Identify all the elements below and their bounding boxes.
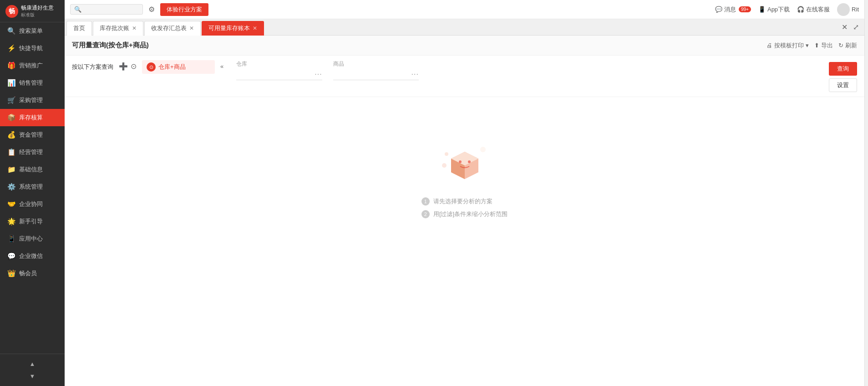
user-name: Rit [852,6,859,13]
query-btn[interactable]: 查询 [829,62,857,76]
sidebar-item-basic[interactable]: 📁 基础信息 [0,161,65,178]
tab-label-summary: 收发存汇总表 [151,24,187,32]
sidebar-item-label-operation: 经营管理 [19,148,43,156]
marketing-icon: 🎁 [7,62,15,70]
tip-num-1: 1 [421,197,430,206]
goods-input-group[interactable]: ··· [333,69,419,80]
user-avatar-group[interactable]: Rit [837,3,859,16]
sidebar-item-search[interactable]: 🔍 搜索菜单 [0,22,65,40]
topbar-search-box[interactable]: 🔍 [70,4,143,15]
svg-point-4 [459,160,462,163]
empty-state: 1 请先选择要分析的方案 2 用[过滤]条件来缩小分析范围 [65,97,864,255]
main-area: 🔍 ⚙ 体验行业方案 💬 消息 99+ 📱 App下载 🎧 在线客服 Rit [65,0,864,386]
tab-label-batch: 库存批次账 [100,24,129,32]
enterprise-icon: 🤝 [7,200,15,208]
page-header: 可用量查询(按仓库+商品) 🖨 按模板打印 ▾ ⬆ 导出 ↻ 刷新 [65,36,864,56]
warehouse-more-btn[interactable]: ··· [315,70,322,78]
sidebar-item-enterprise[interactable]: 🤝 企业协同 [0,196,65,213]
warehouse-field: 仓库 ··· [236,60,322,80]
appcenter-icon: 📱 [7,235,15,243]
sidebar-item-marketing[interactable]: 🎁 营销推广 [0,57,65,74]
goods-label: 商品 [333,60,419,68]
settings-btn[interactable]: 设置 [829,78,857,92]
search-icon: 🔍 [74,6,81,13]
message-icon: 💬 [715,6,722,13]
tab-home[interactable]: 首页 [66,21,92,36]
tip-text-2: 用[过滤]条件来缩小分析范围 [433,210,508,218]
sidebar-item-inventory[interactable]: 📦 库存核算 [0,109,65,126]
sidebar-header: 畅 畅康通好生意 标准版 [0,0,65,22]
page-actions: 🖨 按模板打印 ▾ ⬆ 导出 ↻ 刷新 [766,41,857,50]
sidebar-item-wechat[interactable]: 💬 企业微信 [0,247,65,265]
sidebar-item-label-purchase: 采购管理 [19,96,43,104]
warehouse-input[interactable] [236,71,313,78]
scheme-label: 仓库+商品 [158,63,186,71]
filter-collapse-btn[interactable]: « [220,60,223,70]
tip-2: 2 用[过滤]条件来缩小分析范围 [421,210,508,218]
settings-gear-icon[interactable]: ⚙ [147,3,157,15]
sidebar-item-label-appcenter: 应用中心 [19,235,43,243]
tab-batch[interactable]: 库存批次账✕ [93,21,143,36]
online-service-btn[interactable]: 🎧 在线客服 [797,5,830,14]
tab-close-batch[interactable]: ✕ [132,25,137,31]
tip-text-1: 请先选择要分析的方案 [433,197,492,206]
tip-1: 1 请先选择要分析的方案 [421,197,508,206]
app-download-btn[interactable]: 📱 App下载 [758,5,790,14]
sidebar-scroll-down[interactable]: ▼ [0,370,65,382]
message-btn[interactable]: 💬 消息 99+ [715,5,751,14]
maximize-btn[interactable]: ⤢ [851,21,861,33]
sidebar-item-newbie[interactable]: 🌟 新手引导 [0,213,65,230]
warehouse-input-group[interactable]: ··· [236,69,322,80]
tab-close-available[interactable]: ✕ [253,25,257,31]
main-content: 可用量查询(按仓库+商品) 🖨 按模板打印 ▾ ⬆ 导出 ↻ 刷新 按以下方案 [65,36,864,386]
goods-more-btn[interactable]: ··· [411,70,419,78]
sidebar-item-system[interactable]: ⚙️ 系统管理 [0,178,65,196]
export-label: 导出 [821,41,833,50]
tab-available[interactable]: 可用量库存账本✕ [202,21,264,36]
print-icon: 🖨 [766,42,772,49]
tab-close-summary[interactable]: ✕ [189,25,194,31]
trial-btn[interactable]: 体验行业方案 [160,3,208,16]
sidebar-nav: 🔍 搜索菜单 ⚡ 快捷导航 🎁 营销推广 📊 销售管理 🛒 采购管理 📦 库存核… [0,22,65,354]
topbar: 🔍 ⚙ 体验行业方案 💬 消息 99+ 📱 App下载 🎧 在线客服 Rit [65,0,864,19]
refresh-icon: ↻ [838,42,843,49]
sidebar-logo: 畅 畅康通好生意 标准版 [5,5,59,18]
tab-summary[interactable]: 收发存汇总表✕ [144,21,201,36]
system-icon: ⚙️ [7,183,15,191]
sidebar-item-quicknav[interactable]: ⚡ 快捷导航 [0,40,65,57]
sidebar-logo-badge: 标准版 [21,12,54,18]
sidebar-logo-icon: 畅 [5,5,18,18]
sidebar-item-sales[interactable]: 📊 销售管理 [0,74,65,92]
export-btn[interactable]: ⬆ 导出 [814,41,833,50]
add-scheme-btn[interactable]: ➕ [119,62,128,71]
sidebar-item-label-enterprise: 企业协同 [19,200,43,208]
scheme-warehouse-goods[interactable]: ⊙ 仓库+商品 [142,60,215,74]
finance-icon: 💰 [7,131,15,139]
sidebar-scroll-up[interactable]: ▲ [0,358,65,370]
print-label: 按模板打印 [774,41,804,50]
close-tab-btn[interactable]: ✕ [840,21,849,33]
print-template-btn[interactable]: 🖨 按模板打印 ▾ [766,41,809,50]
print-dropdown-icon: ▾ [806,42,809,49]
sidebar-item-label-newbie: 新手引导 [19,217,43,226]
member-icon: 👑 [7,269,15,278]
operation-icon: 📋 [7,148,15,156]
tab-label-home: 首页 [73,24,85,32]
topbar-search-input[interactable] [83,6,129,13]
sidebar: 畅 畅康通好生意 标准版 🔍 搜索菜单 ⚡ 快捷导航 🎁 营销推广 📊 销售管理… [0,0,65,386]
sidebar-item-member[interactable]: 👑 畅会员 [0,265,65,282]
topbar-right: 💬 消息 99+ 📱 App下载 🎧 在线客服 Rit [715,3,859,16]
sidebar-item-label-marketing: 营销推广 [19,62,43,70]
goods-input[interactable] [333,71,410,78]
refresh-btn[interactable]: ↻ 刷新 [838,41,857,50]
sidebar-item-operation[interactable]: 📋 经营管理 [0,144,65,161]
sidebar-logo-title: 畅康通好生意 [21,5,54,12]
tab-bar: 首页库存批次账✕收发存汇总表✕可用量库存账本✕ ✕ ⤢ [65,19,864,36]
sidebar-item-purchase[interactable]: 🛒 采购管理 [0,92,65,109]
sidebar-item-finance[interactable]: 💰 资金管理 [0,126,65,144]
newbie-icon: 🌟 [7,217,15,226]
sidebar-item-appcenter[interactable]: 📱 应用中心 [0,230,65,247]
sidebar-item-label-inventory: 库存核算 [19,113,43,122]
sidebar-bottom: ▲ ▼ [0,354,65,386]
manage-scheme-btn[interactable]: ⊙ [131,62,137,71]
